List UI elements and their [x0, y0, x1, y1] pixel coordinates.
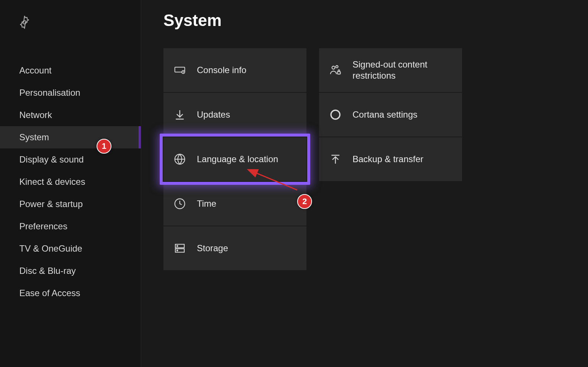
globe-icon [174, 153, 186, 165]
sidebar-item-label: Display & sound [19, 154, 84, 165]
sidebar-item-disc-bluray[interactable]: Disc & Blu-ray [0, 260, 141, 282]
sidebar-item-label: Account [19, 65, 52, 76]
cards-column-1: Console info Updates Language & location [163, 48, 306, 270]
card-label: Storage [197, 243, 228, 254]
sidebar-item-label: Disc & Blu-ray [19, 266, 76, 276]
card-label: Backup & transfer [353, 154, 423, 165]
sidebar-item-preferences[interactable]: Preferences [0, 215, 141, 237]
clock-icon [174, 198, 186, 210]
card-label: Updates [197, 109, 230, 120]
svg-point-8 [177, 250, 178, 251]
page-title: System [163, 11, 566, 30]
svg-point-9 [332, 66, 335, 69]
card-label: Time [197, 198, 216, 209]
settings-sidebar: Account Personalisation Network System D… [0, 0, 141, 367]
cards-column-2: Signed-out content restrictions Cortana … [319, 48, 462, 270]
card-cortana-settings[interactable]: Cortana settings [319, 93, 462, 137]
sidebar-item-label: Preferences [19, 221, 67, 232]
sidebar-item-personalisation[interactable]: Personalisation [0, 82, 141, 104]
card-label: Console info [197, 65, 246, 76]
svg-point-7 [177, 246, 178, 247]
download-icon [174, 109, 186, 121]
sidebar-item-label: System [19, 132, 49, 142]
sidebar-item-display-sound[interactable]: Display & sound [0, 148, 141, 171]
card-updates[interactable]: Updates [163, 93, 306, 137]
card-time[interactable]: Time [163, 182, 306, 226]
settings-cards-container: Console info Updates Language & location [163, 48, 566, 270]
card-console-info[interactable]: Console info [163, 48, 306, 92]
sidebar-item-label: Kinect & devices [19, 177, 85, 187]
people-lock-icon [329, 64, 341, 76]
sidebar-item-label: Network [19, 110, 52, 120]
svg-point-12 [331, 110, 340, 119]
svg-point-10 [336, 66, 338, 68]
card-label: Language & location [197, 154, 278, 165]
card-language-location[interactable]: Language & location [163, 137, 306, 181]
sidebar-item-label: TV & OneGuide [19, 243, 82, 254]
settings-header [0, 0, 141, 50]
sidebar-item-kinect-devices[interactable]: Kinect & devices [0, 171, 141, 193]
card-signed-out-restrictions[interactable]: Signed-out content restrictions [319, 48, 462, 92]
console-info-icon [174, 64, 186, 76]
sidebar-item-account[interactable]: Account [0, 59, 141, 82]
sidebar-nav-list: Account Personalisation Network System D… [0, 50, 141, 304]
sidebar-item-label: Power & startup [19, 199, 83, 209]
sidebar-item-system[interactable]: System [0, 126, 141, 148]
card-storage[interactable]: Storage [163, 226, 306, 270]
sidebar-item-label: Personalisation [19, 88, 80, 98]
sidebar-item-ease-of-access[interactable]: Ease of Access [0, 282, 141, 304]
sidebar-item-network[interactable]: Network [0, 104, 141, 126]
upload-icon [329, 153, 341, 165]
gear-icon [18, 16, 31, 29]
card-backup-transfer[interactable]: Backup & transfer [319, 137, 462, 181]
cortana-icon [329, 109, 341, 121]
main-content: System Console info Updates [141, 0, 588, 367]
card-label: Cortana settings [353, 109, 418, 120]
sidebar-item-power-startup[interactable]: Power & startup [0, 193, 141, 215]
card-label: Signed-out content restrictions [353, 59, 452, 81]
sidebar-item-label: Ease of Access [19, 288, 80, 298]
sidebar-item-tv-oneguide[interactable]: TV & OneGuide [0, 237, 141, 260]
svg-rect-11 [337, 72, 340, 74]
storage-icon [174, 242, 186, 254]
